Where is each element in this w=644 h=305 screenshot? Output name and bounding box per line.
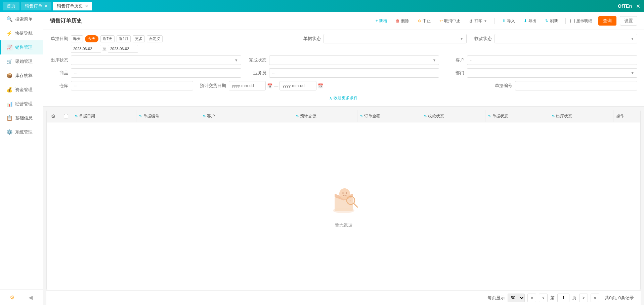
tab-sales-order[interactable]: 销售订单 ✕ [21,2,51,10]
customer-select[interactable]: ··· [467,55,637,65]
table-area: ⚙ ⇅ 单据日期 ⇅ 单据编号 ⇅ 客户 ⇅ 预计交货. [46,110,641,290]
inventory-check-icon: 📦 [6,73,12,79]
tab-sales-order-history-close[interactable]: ✕ [85,4,88,8]
sort-icon-outbound-status: ⇅ [552,114,555,118]
tab-sales-order-history[interactable]: 销售订单历史 ✕ [53,2,92,10]
toolbar-divider-2 [565,18,566,24]
product-dots: ··· [74,71,77,75]
th-est-delivery[interactable]: ⇅ 预计交货... [293,110,357,122]
sidebar-item-ops-mgmt[interactable]: 📊 经营管理 [0,97,43,111]
salesperson-select[interactable]: ··· [269,68,439,78]
est-delivery-label: 预计交货日期 [200,83,226,89]
refresh-button[interactable]: ↻ 刷新 [543,17,561,25]
import-icon: ⬆ [502,18,506,23]
date-btn-more[interactable]: 更多 [133,35,145,42]
sidebar-item-inventory-check[interactable]: 📦 库存核算 [0,69,43,83]
product-select[interactable]: ··· [71,68,241,78]
filter-row-1: 单据日期 昨天 今天 近7天 近1月 更多 自定义 单据状态 ▼ [50,34,637,43]
date-to-input[interactable] [108,45,138,53]
chevron-up-icon: ∧ [329,96,332,101]
svg-point-3 [342,192,344,194]
est-delivery-from-input[interactable] [229,81,266,90]
topbar: 首页 销售订单 ✕ 销售订单历史 ✕ OfTEn ✕ [0,0,644,12]
th-order-amount[interactable]: ⇅ 订单金额 [357,110,422,122]
th-operations: 操作 [613,110,640,122]
export-icon: ⬇ [524,18,527,23]
th-receipt-status[interactable]: ⇅ 收款状态 [421,110,485,122]
sidebar-item-sales-mgmt[interactable]: 📈 销售管理 [0,40,43,54]
filter-row-3: 商品 ··· 业务员 ··· 部门 ▼ [50,68,637,78]
date-btn-custom[interactable]: 自定义 [147,35,163,42]
dept-select[interactable]: ▼ [467,68,637,78]
delete-button[interactable]: 🗑 删除 [393,17,412,25]
display-detail-input[interactable] [570,19,575,23]
cal-to-icon[interactable]: 📅 [318,83,323,88]
table-select-all-checkbox[interactable] [60,110,72,122]
tab-home[interactable]: 首页 [3,2,19,10]
main-layout: 🔍 搜索菜单 ⚡ 快捷导航 📈 销售管理 🛒 采购管理 📦 库存核算 💰 资金管… [0,12,644,305]
sidebar-settings-button[interactable]: ⚙ [7,292,17,302]
print-button[interactable]: 🖨 打印 ▼ [466,17,490,25]
filter-row-date-range: 至 [50,45,637,53]
complete-status-select[interactable]: ▼ [269,55,439,65]
dept-label: 部门 [446,70,464,76]
cancel-stop-button[interactable]: ↩ 取消中止 [437,17,463,25]
th-outbound-status[interactable]: ⇅ 出库状态 [549,110,613,122]
svg-point-4 [346,192,347,194]
date-btn-yesterday[interactable]: 昨天 [71,35,83,42]
last-page-button[interactable]: » [591,294,599,302]
date-btn-today[interactable]: 今天 [85,35,98,42]
select-all-input[interactable] [64,114,68,118]
sidebar-collapse-button[interactable]: ◀ [26,292,36,302]
table-settings-icon[interactable]: ⚙ [47,110,60,122]
more-conditions-toggle[interactable]: ∧ 收起更多条件 [50,94,637,102]
prev-page-button[interactable]: < [539,294,548,302]
sort-icon: ⇅ [75,114,78,118]
sidebar-item-capital-mgmt-label: 资金管理 [15,87,33,93]
display-detail-checkbox[interactable]: 显示明细 [570,18,592,24]
import-button[interactable]: ⬆ 导入 [500,17,518,25]
topbar-close-button[interactable]: ✕ [635,3,641,9]
cal-from-icon[interactable]: 📅 [267,83,272,88]
sidebar-item-basic-info[interactable]: 📋 基础信息 [0,111,43,125]
settings-button[interactable]: 设置 [620,16,637,26]
est-delivery-to-input[interactable] [280,81,316,90]
doc-status-select[interactable]: ▼ [324,34,466,43]
date-from-input[interactable] [71,45,101,53]
warehouse-dots: ··· [74,83,77,88]
tab-sales-order-close[interactable]: ✕ [44,4,47,8]
date-btn-7days[interactable]: 近7天 [100,35,115,42]
page-title: 销售订单历史 [50,17,82,25]
sys-mgmt-icon: ⚙️ [6,129,12,135]
th-customer[interactable]: ⇅ 客户 [200,110,293,122]
warehouse-label: 仓库 [50,83,68,89]
tab-home-label: 首页 [7,3,15,9]
sidebar-item-quick-nav[interactable]: ⚡ 快捷导航 [0,26,43,40]
page-size-select[interactable]: 10 20 50 100 [508,294,525,302]
export-button[interactable]: ⬇ 导出 [521,17,539,25]
th-doc-no[interactable]: ⇅ 单据编号 [136,110,201,122]
sidebar-item-capital-mgmt[interactable]: 💰 资金管理 [0,83,43,97]
date-btn-1month[interactable]: 近1月 [117,35,131,42]
sidebar-item-sys-mgmt[interactable]: ⚙️ 系统管理 [0,125,43,139]
new-button[interactable]: + 新增 [373,17,390,25]
th-doc-date[interactable]: ⇅ 单据日期 [72,110,136,122]
page-label-prefix: 第 [550,295,555,301]
sidebar-item-search-menu[interactable]: 🔍 搜索菜单 [0,12,43,26]
next-page-button[interactable]: > [579,294,588,302]
print-icon: 🖨 [469,18,473,23]
sidebar-item-quick-nav-label: 快捷导航 [15,30,33,36]
th-doc-status[interactable]: ⇅ 单据状态 [485,110,550,122]
dept-chevron: ▼ [631,71,634,75]
sidebar-item-ops-mgmt-label: 经营管理 [15,101,33,107]
outbound-status-select[interactable]: ▼ [71,55,241,65]
sidebar-item-purchase-mgmt[interactable]: 🛒 采购管理 [0,54,43,69]
first-page-button[interactable]: « [527,294,536,302]
doc-no-input[interactable] [515,81,637,90]
receipt-status-select[interactable]: ▼ [495,34,637,43]
stop-button[interactable]: ⊘ 中止 [415,17,433,25]
salesperson-dots: ··· [272,71,275,75]
warehouse-select[interactable]: ··· [71,81,193,90]
query-button[interactable]: 查询 [598,16,616,26]
current-page-input[interactable] [557,294,569,302]
